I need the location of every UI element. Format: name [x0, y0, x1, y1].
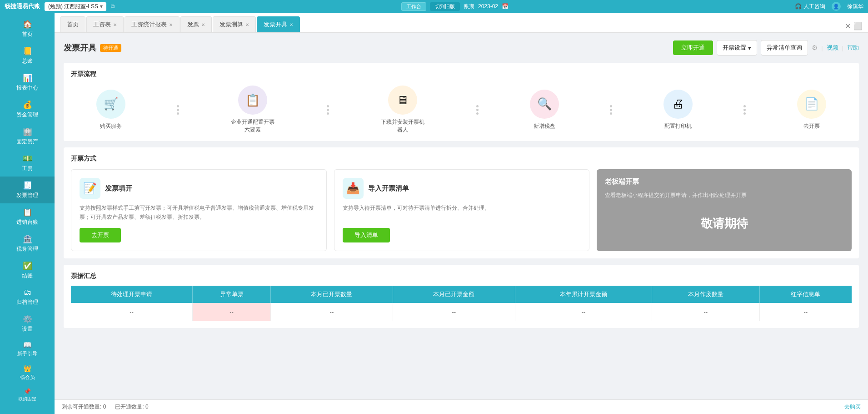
company-selector[interactable]: (勉励) 江西服室-LSS ▾: [45, 2, 106, 11]
tab-close-icon[interactable]: ✕: [289, 22, 293, 27]
sidebar-label: 首页: [22, 30, 33, 38]
workbench-btn[interactable]: 工作台: [401, 2, 426, 11]
sidebar-label: 工资: [22, 165, 33, 172]
sidebar-item-settings[interactable]: ⚙️ 设置: [0, 310, 55, 337]
invoice-icon: 🧾: [23, 181, 32, 190]
method-import-invoice: 📥 导入开票清单 支持导入待开票清单，可对待开票清单进行拆分、合并处理。 导入清…: [334, 169, 590, 251]
switch-old-btn[interactable]: 切到旧版: [430, 2, 460, 11]
anomaly-query-btn[interactable]: 异常清单查询: [761, 40, 808, 56]
val-month-amount: --: [393, 303, 515, 321]
flow-step-divider-2: [327, 105, 329, 115]
settings-gear-icon: ⚙: [812, 44, 818, 52]
calendar-icon[interactable]: 📅: [502, 3, 509, 10]
flow-step-label: 配置打印机: [664, 122, 692, 130]
sidebar-item-invoice[interactable]: 🧾 发票管理: [0, 177, 55, 203]
user-name[interactable]: 徐溪华: [847, 3, 863, 10]
flow-step-label: 企业开通配置开票六要素: [230, 118, 275, 134]
tab-salary-table[interactable]: 工资表 ✕: [86, 16, 124, 32]
sidebar-label: 报表中心: [16, 84, 38, 92]
method-fill-invoice: 📝 发票填开 支持按照发票样式手工填写开发票；可开具增值税电子普通发票、增值税普…: [71, 169, 327, 251]
status-badge: 待开通: [100, 44, 121, 52]
video-btn[interactable]: 视频: [827, 44, 838, 52]
val-void-count: --: [652, 303, 760, 321]
sidebar-item-salary[interactable]: 💵 工资: [0, 150, 55, 177]
sidebar-label: 总账: [22, 57, 33, 65]
sidebar-item-member[interactable]: 👑 畅会员: [0, 361, 55, 384]
member-icon: 👑: [23, 364, 32, 373]
consult-btn[interactable]: 🎧 人工咨询: [795, 3, 825, 10]
old-terminal-title: 老板端开票: [605, 177, 843, 186]
copy-icon[interactable]: ⧉: [111, 3, 115, 10]
tab-salary-stats[interactable]: 工资统计报表 ✕: [125, 16, 180, 32]
method-section-title: 开票方式: [71, 155, 852, 163]
tab-close-icon[interactable]: ✕: [201, 22, 205, 27]
pin-toggle[interactable]: 📌 取消固定: [0, 384, 55, 406]
chevron-down-icon: ▾: [748, 45, 751, 51]
flow-step-add-taxbox[interactable]: 🔍 新增税盘: [530, 90, 559, 130]
tab-invoice-calc[interactable]: 发票测算 ✕: [213, 16, 256, 32]
flow-step-buy-service[interactable]: 🛒 购买服务: [96, 90, 125, 130]
company-name: (勉励) 江西服室-LSS: [48, 3, 98, 10]
divider: |: [821, 45, 823, 51]
tab-label: 发票测算: [219, 20, 243, 29]
flow-step-make-invoice[interactable]: 📄 去开票: [797, 90, 826, 130]
close-all-btn[interactable]: ✕: [845, 22, 851, 30]
sidebar-item-funds[interactable]: 💰 资金管理: [0, 96, 55, 123]
sidebar-label: 资金管理: [16, 111, 38, 119]
import-list-btn[interactable]: 导入清单: [343, 228, 390, 242]
sidebar-item-ledger[interactable]: 📒 总账: [0, 42, 55, 69]
import-invoice-desc: 支持导入待开票清单，可对待开票清单进行拆分、合并处理。: [343, 203, 581, 212]
app-logo: 畅捷通易代账: [5, 2, 40, 10]
sidebar-item-purchase[interactable]: 📋 进销台账: [0, 203, 55, 230]
val-anomaly: --: [193, 303, 271, 321]
restore-btn[interactable]: ⬜: [853, 22, 863, 30]
sidebar-label: 进销台账: [16, 218, 38, 226]
pin-icon: 📌: [24, 388, 31, 395]
btn-label: 开票设置: [723, 44, 746, 52]
tab-label: 工资表: [93, 20, 111, 29]
salary-icon: 💵: [23, 154, 32, 163]
sidebar-item-settle[interactable]: ✅ 结账: [0, 257, 55, 284]
sidebar-label: 税务管理: [16, 245, 38, 253]
tab-home[interactable]: 首页: [60, 16, 85, 32]
flow-step-download-robot[interactable]: 🖥 下载并安装开票机器人: [380, 86, 425, 134]
tab-invoice[interactable]: 发票 ✕: [180, 16, 212, 32]
tab-close-icon[interactable]: ✕: [169, 22, 173, 27]
page-title: 发票开具: [64, 42, 96, 53]
flow-step-label: 新增税盘: [534, 122, 555, 130]
open-now-btn[interactable]: 立即开通: [673, 40, 713, 55]
sidebar-item-assets[interactable]: 🏢 固定资产: [0, 123, 55, 150]
col-anomaly: 异常单票: [193, 286, 271, 303]
sidebar-item-guide[interactable]: 📖 新手引导: [0, 337, 55, 361]
old-terminal-desc: 查看老板端小程序提交的开票申请，并作出相应处理并开票: [605, 191, 843, 200]
sidebar-item-archive[interactable]: 🗂 归档管理: [0, 284, 55, 310]
val-year-amount: --: [515, 303, 652, 321]
col-pending: 待处理开票申请: [71, 286, 193, 303]
tab-close-icon[interactable]: ✕: [113, 22, 117, 27]
val-pending: --: [71, 303, 193, 321]
sidebar-label: 取消固定: [18, 396, 36, 402]
help-btn[interactable]: 帮助: [847, 44, 859, 52]
buy-link[interactable]: 去购买: [844, 403, 861, 411]
funds-icon: 💰: [23, 100, 32, 110]
purchase-icon: 📋: [23, 207, 32, 217]
flow-step-config-enterprise[interactable]: 📋 企业开通配置开票六要素: [230, 86, 275, 134]
sidebar-item-reports[interactable]: 📊 报表中心: [0, 69, 55, 96]
sidebar-item-home[interactable]: 🏠 首页: [0, 15, 55, 42]
method-old-terminal: 老板端开票 查看老板端小程序提交的开票申请，并作出相应处理并开票 敬请期待: [597, 169, 852, 251]
tab-invoice-tool[interactable]: 发票开具 ✕: [257, 16, 300, 32]
flow-step-label: 去开票: [803, 122, 820, 130]
open-settings-btn[interactable]: 开票设置 ▾: [717, 40, 757, 56]
guide-icon: 📖: [23, 341, 32, 349]
go-invoice-btn[interactable]: 去开票: [80, 228, 121, 242]
summary-section-title: 票据汇总: [71, 272, 852, 280]
tab-label: 发票: [187, 20, 199, 29]
fill-invoice-icon: 📝: [83, 182, 97, 195]
import-invoice-icon: 📥: [346, 182, 360, 195]
tab-close-icon[interactable]: ✕: [245, 22, 249, 27]
sidebar-label: 固定资产: [16, 138, 38, 146]
home-icon: 🏠: [23, 20, 32, 29]
tab-label: 首页: [67, 21, 79, 28]
flow-step-config-printer[interactable]: 🖨 配置打印机: [663, 90, 693, 130]
sidebar-item-tax[interactable]: 🏦 税务管理: [0, 230, 55, 257]
